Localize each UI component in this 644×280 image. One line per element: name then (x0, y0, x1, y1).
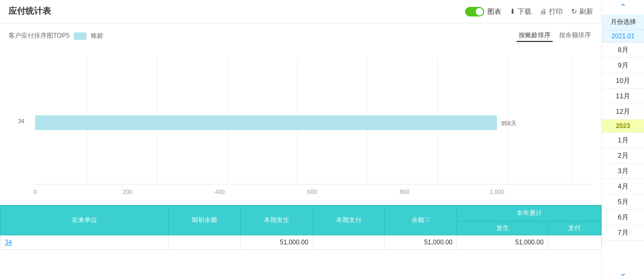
table-section: 在来单位 期初余额 本期发生 本期支付 余额▽ 本年累计 发生 支付 34 (0, 205, 602, 280)
table-header-row1: 在来单位 期初余额 本期发生 本期支付 余额▽ 本年累计 (1, 206, 602, 222)
table-body: 34 51,000.00 51,000.00 51,000.00 (1, 235, 602, 250)
chart-section: 客户应付排序图TOP5 账龄 按账龄排序 按余额排序 34 (0, 23, 602, 205)
cell-opening (168, 235, 241, 250)
sort-by-balance-button[interactable]: 按余额排序 (557, 30, 593, 42)
chart-header: 客户应付排序图TOP5 账龄 按账龄排序 按余额排序 (8, 30, 593, 42)
col-occurrence: 本期发生 (241, 206, 313, 235)
sidebar-scroll-up[interactable]: ⌃ (602, 0, 644, 14)
chart-canvas: 34 856天 0 (8, 46, 593, 200)
toggle-label: 图表 (487, 7, 501, 16)
cell-ytd-payment (548, 235, 601, 250)
sidebar-month-item[interactable]: 5月 (602, 194, 644, 210)
header: 应付统计表 图表 ⬇ 下载 🖨 打印 ↻ 刷新 (0, 0, 602, 23)
sidebar-header: 月份选择 (602, 14, 644, 30)
cell-unit: 34 (1, 235, 169, 250)
svg-text:400: 400 (215, 189, 225, 195)
chart-legend-label: 账龄 (91, 31, 104, 40)
col-balance: 余额▽ (385, 206, 457, 235)
chart-bar (35, 115, 497, 130)
col-opening: 期初余额 (168, 206, 241, 235)
download-label: 下载 (518, 7, 531, 16)
col-ytd-payment: 支付 (548, 222, 601, 235)
cell-ytd-occurrence: 51,000.00 (457, 235, 548, 250)
cell-occurrence: 51,000.00 (241, 235, 313, 250)
sidebar-month-item[interactable]: 2月 (602, 148, 644, 164)
print-label: 打印 (549, 7, 563, 16)
bar-end-label: 856天 (501, 120, 517, 126)
sidebar-month-item[interactable]: 12月 (602, 104, 644, 120)
col-ytd: 本年累计 (457, 206, 602, 222)
sidebar-month-item[interactable]: 9月 (602, 58, 644, 73)
sidebar-month-item[interactable]: 10月 (602, 73, 644, 89)
refresh-icon: ↻ (571, 7, 577, 15)
unit-link[interactable]: 34 (5, 239, 12, 246)
cell-balance: 51,000.00 (385, 235, 457, 250)
data-table: 在来单位 期初余额 本期发生 本期支付 余额▽ 本年累计 发生 支付 34 (0, 205, 602, 250)
sidebar-current-value: 2021.01 (602, 30, 644, 43)
sort-by-age-button[interactable]: 按账龄排序 (517, 30, 553, 42)
table-row: 34 51,000.00 51,000.00 51,000.00 (1, 235, 602, 250)
print-icon: 🖨 (540, 7, 547, 15)
chart-legend-title: 客户应付排序图TOP5 (8, 31, 70, 40)
svg-text:800: 800 (400, 189, 409, 195)
sidebar-scroll-down[interactable]: ⌄ (602, 266, 644, 280)
refresh-label: 刷新 (579, 7, 593, 16)
header-actions: 图表 ⬇ 下载 🖨 打印 ↻ 刷新 (465, 7, 593, 16)
chart-toggle-wrap: 图表 (465, 7, 501, 16)
sidebar-month-item[interactable]: 8月 (602, 43, 644, 58)
svg-text:0: 0 (33, 189, 37, 195)
chart-toggle[interactable] (465, 7, 484, 16)
svg-text:200: 200 (123, 189, 132, 195)
download-icon: ⬇ (510, 7, 516, 15)
col-ytd-occurrence: 发生 (457, 222, 548, 235)
chart-sort-buttons: 按账龄排序 按余额排序 (517, 30, 593, 42)
chart-svg: 34 856天 0 (8, 46, 593, 200)
page-title: 应付统计表 (8, 6, 51, 17)
svg-text:600: 600 (307, 189, 317, 195)
chart-legend: 客户应付排序图TOP5 账龄 (8, 31, 104, 40)
sidebar-month-list: 8月9月10月11月12月20231月2月3月4月5月6月7月 (602, 43, 644, 266)
download-button[interactable]: ⬇ 下载 (510, 7, 531, 16)
col-unit: 在来单位 (1, 206, 169, 235)
sidebar: ⌃ 月份选择 2021.01 8月9月10月11月12月20231月2月3月4月… (602, 0, 644, 280)
col-payment: 本期支付 (313, 206, 385, 235)
sidebar-month-item[interactable]: 3月 (602, 164, 644, 179)
sidebar-month-item[interactable]: 11月 (602, 89, 644, 104)
legend-color-box (74, 32, 87, 40)
svg-text:1,000: 1,000 (490, 189, 504, 195)
refresh-button[interactable]: ↻ 刷新 (571, 7, 593, 16)
sidebar-month-item[interactable]: 4月 (602, 179, 644, 194)
print-button[interactable]: 🖨 打印 (540, 7, 563, 16)
sidebar-month-item[interactable]: 1月 (602, 133, 644, 148)
sidebar-month-item[interactable]: 7月 (602, 225, 644, 241)
cell-payment (313, 235, 385, 250)
sidebar-month-item[interactable]: 2023 (602, 120, 644, 133)
sidebar-month-item[interactable]: 6月 (602, 210, 644, 225)
y-axis-label: 34 (18, 118, 24, 124)
